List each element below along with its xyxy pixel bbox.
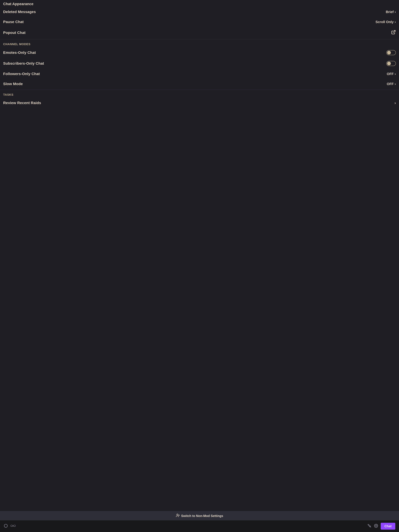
deleted-messages-label: Deleted Messages [3,10,36,14]
slow-mode-value: OFF › [387,82,396,86]
slow-mode-chevron: › [395,82,396,86]
deleted-messages-chevron: › [395,10,396,14]
pause-chat-value: Scroll Only › [375,20,396,24]
chat-button[interactable]: Chat [381,523,395,530]
switch-non-mod-label: Switch to Non-Mod Settings [181,514,223,518]
pause-chat-label: Pause Chat [3,20,24,24]
toolbar-left [4,524,16,529]
followers-only-item[interactable]: Followers-Only Chat OFF › [0,69,399,79]
svg-point-8 [376,525,377,526]
divider-2 [0,90,399,90]
emotes-only-toggle-knob [387,51,391,55]
popout-chat-item[interactable]: Popout Chat [0,27,399,38]
emotes-only-label: Emotes-Only Chat [3,51,36,55]
popout-icon [391,30,396,36]
settings-panel: Chat Appearance Deleted Messages Brief ›… [0,0,399,511]
subscribers-only-toggle[interactable] [386,61,396,66]
switch-non-mod-button[interactable]: Switch to Non-Mod Settings [0,511,399,520]
slow-mode-item[interactable]: Slow Mode OFF › [0,79,399,89]
circle-icon[interactable] [4,524,8,529]
followers-only-label: Followers-Only Chat [3,72,40,76]
subscribers-only-label: Subscribers-Only Chat [3,61,44,66]
review-raids-chevron: › [394,101,396,105]
subscribers-only-item[interactable]: Subscribers-Only Chat [0,58,399,69]
bottom-bar: Switch to Non-Mod Settings [0,511,399,532]
subscribers-only-toggle-knob [387,62,391,65]
followers-only-value: OFF › [387,72,396,76]
svg-point-4 [4,524,7,527]
pause-chat-item[interactable]: Pause Chat Scroll Only › [0,17,399,27]
tasks-header: TASKS [0,91,399,98]
channel-modes-header: CHANNEL MODES [0,40,399,47]
popout-chat-label: Popout Chat [3,31,25,35]
svg-line-0 [393,31,395,33]
deleted-messages-value: Brief › [386,10,396,14]
sword-icon[interactable] [367,524,371,529]
followers-only-chevron: › [395,72,396,76]
review-raids-item[interactable]: Review Recent Raids › [0,98,399,108]
svg-point-1 [177,514,178,515]
emotes-only-toggle[interactable] [386,50,396,55]
svg-line-7 [371,527,371,527]
pause-chat-chevron: › [395,20,396,24]
slow-mode-label: Slow Mode [3,82,23,86]
gear-icon[interactable] [374,524,378,529]
review-raids-label: Review Recent Raids [3,101,41,105]
toolbar: Chat [0,520,399,532]
infinity-icon[interactable] [11,524,16,528]
toolbar-right: Chat [367,523,395,530]
deleted-messages-item[interactable]: Deleted Messages Brief › [0,7,399,17]
emotes-only-item[interactable]: Emotes-Only Chat [0,47,399,58]
person-plus-icon [176,513,180,518]
chat-appearance-title: Chat Appearance [0,0,399,7]
